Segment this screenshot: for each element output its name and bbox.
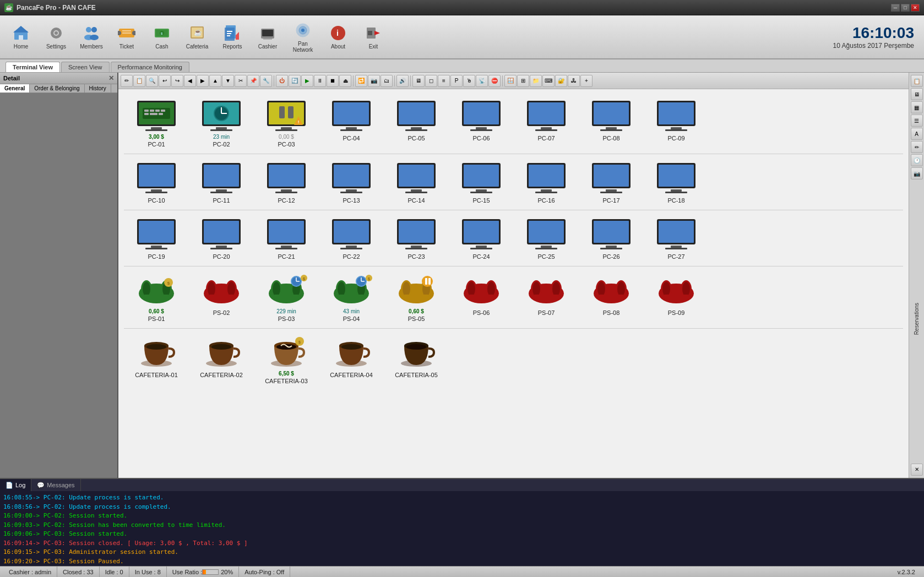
pc-item-pc03[interactable]: ! 0,00 $ PC-03 xyxy=(256,98,317,148)
icon-btn-b1[interactable]: ⏸ xyxy=(314,75,326,87)
rsb-btn-close[interactable]: ✕ xyxy=(911,464,923,476)
toolbar-reports[interactable]: Reports xyxy=(216,18,249,56)
pc-item-pc22[interactable]: PC-22 xyxy=(321,216,382,260)
icon-btn-power[interactable]: ⏻ xyxy=(276,75,288,87)
toolbar-pan-network[interactable]: Pan Network xyxy=(286,18,319,56)
pc-item-pc04[interactable]: PC-04 xyxy=(321,98,382,148)
pc-item-pc12[interactable]: PC-12 xyxy=(256,160,317,204)
icon-btn-cut[interactable]: ✂ xyxy=(235,75,247,87)
icon-btn-tool[interactable]: 🔧 xyxy=(260,75,272,87)
pc-item-pc16[interactable]: PC-16 xyxy=(516,160,577,204)
pc-item-pc11[interactable]: PC-11 xyxy=(191,160,252,204)
icon-btn-b9[interactable]: 📡 xyxy=(476,75,488,87)
ps-item-ps07[interactable]: PS-07 xyxy=(516,273,577,322)
ps-item-ps04[interactable]: $ 43 min PS-04 xyxy=(321,273,382,322)
ps-item-ps06[interactable]: PS-06 xyxy=(451,273,512,322)
log-tab-messages[interactable]: 💬 Messages xyxy=(31,479,80,491)
icon-btn-b5[interactable]: ◻ xyxy=(425,75,437,87)
icon-btn-b2[interactable]: ⏹ xyxy=(327,75,339,87)
tab-terminal-view[interactable]: Terminal View xyxy=(6,62,60,72)
icon-btn-down[interactable]: ▼ xyxy=(222,75,234,87)
icon-btn-undo[interactable]: ↩ xyxy=(159,75,171,87)
pc-item-pc08[interactable]: PC-08 xyxy=(581,98,642,148)
pc-item-pc26[interactable]: PC-26 xyxy=(581,216,642,260)
pc-item-pc14[interactable]: PC-14 xyxy=(386,160,447,204)
ps-item-ps08[interactable]: PS-08 xyxy=(581,273,642,322)
icon-btn-b14[interactable]: 🖧 xyxy=(568,75,580,87)
detail-tab-history[interactable]: History xyxy=(85,84,111,92)
tab-performance[interactable]: Performance Monitoring xyxy=(111,62,189,72)
detail-close-button[interactable]: ✕ xyxy=(108,74,114,82)
toolbar-home[interactable]: Home xyxy=(4,18,37,56)
icon-btn-play[interactable]: ▶ xyxy=(301,75,313,87)
ps-item-ps01[interactable]: $ 0,60 $ PS-01 xyxy=(126,273,187,322)
icon-btn-right[interactable]: ▶ xyxy=(197,75,209,87)
maximize-button[interactable]: □ xyxy=(901,4,910,12)
pc-item-pc20[interactable]: PC-20 xyxy=(191,216,252,260)
pc-item-pc27[interactable]: PC-27 xyxy=(646,216,706,260)
toolbar-ticket[interactable]: Ticket xyxy=(110,18,143,56)
pc-item-pc05[interactable]: PC-05 xyxy=(386,98,447,148)
caf-item-05[interactable]: CAFETERIA-05 xyxy=(386,335,447,384)
ps-item-ps09[interactable]: PS-09 xyxy=(646,273,706,322)
log-tab-log[interactable]: 📄 Log xyxy=(0,479,31,491)
minimize-button[interactable]: ─ xyxy=(891,4,900,12)
pc-item-pc01[interactable]: 3,00 $ PC-01 xyxy=(126,98,187,148)
pc-item-pc02[interactable]: 23 min PC-02 xyxy=(191,98,252,148)
icon-btn-stop[interactable]: ⛔ xyxy=(488,75,501,87)
toolbar-members[interactable]: Members xyxy=(75,18,108,56)
caf-item-03[interactable]: $ 6,50 $ CAFETERIA-03 xyxy=(256,335,317,384)
icon-btn-refresh[interactable]: 🔄 xyxy=(289,75,301,87)
pc-item-pc21[interactable]: PC-21 xyxy=(256,216,317,260)
toolbar-exit[interactable]: Exit xyxy=(357,18,390,56)
toolbar-cashier[interactable]: Cashier xyxy=(251,18,284,56)
toolbar-cafeteria[interactable]: ☕ Cafeteria xyxy=(181,18,214,56)
toolbar-about[interactable]: i About xyxy=(322,18,355,56)
icon-btn-redo[interactable]: ↪ xyxy=(171,75,183,87)
icon-btn-b3[interactable]: ⏏ xyxy=(339,75,351,87)
icon-btn-monitor[interactable]: 🖥 xyxy=(412,75,425,87)
rsb-btn-4[interactable]: ☰ xyxy=(911,115,923,127)
detail-tab-order[interactable]: Order & Belonging xyxy=(30,84,84,92)
icon-btn-b11[interactable]: 📁 xyxy=(530,75,542,87)
rsb-btn-1[interactable]: 📋 xyxy=(911,75,923,87)
icon-btn-b13[interactable]: 🔐 xyxy=(555,75,567,87)
toolbar-settings[interactable]: Settings xyxy=(40,18,73,56)
icon-btn-b4[interactable]: 🗂 xyxy=(381,75,393,87)
rsb-btn-2[interactable]: 🖥 xyxy=(911,88,923,100)
icon-btn-win[interactable]: 🪟 xyxy=(504,75,517,87)
ps-item-ps05[interactable]: 0,60 $ PS-05 xyxy=(386,273,447,322)
icon-btn-cam[interactable]: 📷 xyxy=(368,75,380,87)
ps-item-ps03[interactable]: $ 229 min PS-03 xyxy=(256,273,317,322)
rsb-btn-6[interactable]: ✏ xyxy=(911,141,923,153)
caf-item-01[interactable]: CAFETERIA-01 xyxy=(126,335,187,384)
pc-item-pc25[interactable]: PC-25 xyxy=(516,216,577,260)
icon-btn-search[interactable]: 🔍 xyxy=(146,75,158,87)
pc-item-pc06[interactable]: PC-06 xyxy=(451,98,512,148)
pc-item-pc13[interactable]: PC-13 xyxy=(321,160,382,204)
icon-btn-b6[interactable]: ≡ xyxy=(438,75,450,87)
rsb-btn-7[interactable]: 🕐 xyxy=(911,154,923,166)
pc-item-pc23[interactable]: PC-23 xyxy=(386,216,447,260)
icon-btn-left[interactable]: ◀ xyxy=(184,75,196,87)
close-button[interactable]: ✕ xyxy=(911,4,920,12)
pc-item-pc09[interactable]: PC-09 xyxy=(646,98,706,148)
caf-item-04[interactable]: CAFETERIA-04 xyxy=(321,335,382,384)
rsb-btn-5[interactable]: A xyxy=(911,128,923,140)
detail-tab-general[interactable]: General xyxy=(0,84,30,92)
icon-btn-b10[interactable]: ⊞ xyxy=(517,75,529,87)
icon-btn-up[interactable]: ▲ xyxy=(209,75,221,87)
rsb-btn-8[interactable]: 📷 xyxy=(911,167,923,179)
icon-btn-pin[interactable]: 📌 xyxy=(247,75,259,87)
icon-btn-sync[interactable]: 🔁 xyxy=(355,75,367,87)
pc-item-pc24[interactable]: PC-24 xyxy=(451,216,512,260)
icon-btn-vol[interactable]: 🔊 xyxy=(396,75,409,87)
icon-btn-b7[interactable]: P xyxy=(450,75,463,87)
icon-btn-b15[interactable]: + xyxy=(580,75,593,87)
caf-item-02[interactable]: CAFETERIA-02 xyxy=(191,335,252,384)
icon-btn-b12[interactable]: ⌨ xyxy=(542,75,555,87)
pc-item-pc17[interactable]: PC-17 xyxy=(581,160,642,204)
icon-btn-edit[interactable]: ✏ xyxy=(121,75,133,87)
ps-item-ps02[interactable]: PS-02 xyxy=(191,273,252,322)
pc-item-pc19[interactable]: PC-19 xyxy=(126,216,187,260)
